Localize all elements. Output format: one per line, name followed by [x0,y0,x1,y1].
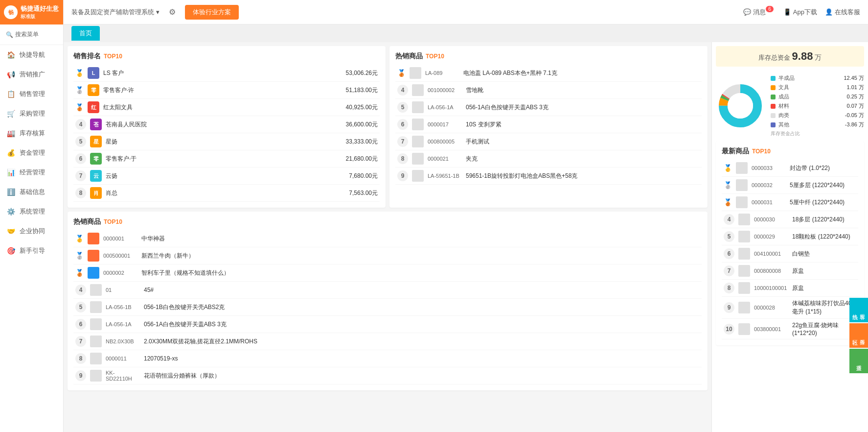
table-row: 🥇 0000001 中华神器 [73,230,702,247]
product-name: 59651-1B旋转投影灯电池盒ABS黑色+58克 [466,172,700,180]
inventory-unit: 万 [815,53,822,61]
table-row: 4 0000030 18多层 (1220*2440) [722,211,858,228]
svg-rect-21 [736,196,748,208]
avatar: 红 [88,101,99,113]
float-btn-community[interactable]: 服务社区 [849,323,868,348]
legend-value: -3.86 万 [845,121,864,128]
svg-rect-23 [738,231,750,242]
legend-item: 肉类 -0.05 万 [771,112,864,119]
hot-products-ranking-label: 热销商品 [395,52,423,61]
table-row: 4 001000002 雪地靴 [395,82,702,99]
legend-dot-material [771,104,776,109]
hot-products-ranking-card: 热销商品 TOP10 🥉 LA-089 电池盖 LA-089 ABS本色+黑种 … [389,46,708,208]
legend-item: 成品 0.25 万 [771,93,864,100]
nav-item-purchase[interactable]: 🛒 采购管理 [0,104,63,123]
medal-gold-icon: 🥇 [75,235,84,242]
table-row: 8 0000011 12070519-xs [73,350,702,367]
sales-value: 7,563.00元 [349,189,378,197]
product-image [88,267,99,279]
rank-num: 5 [75,136,86,147]
online-service-btn[interactable]: 👤 在线客服 [825,8,860,17]
main-area: 装备及固定资产辅助管理系统 ▾ ⚙ 体验行业方案 💬 消息 6 📱 App下载 … [64,0,868,432]
product-name: 手机测试 [466,138,700,146]
nav-item-sales[interactable]: 📋 销售管理 [0,84,63,104]
app-name: 畅捷通好生意 [21,5,59,13]
table-row: 🥉 红 红太阳文具 40,925.00元 [73,99,380,116]
table-row: 6 零 零售客户·于 21,680.00元 [73,150,380,168]
product-image [90,370,102,382]
svg-rect-0 [410,67,421,79]
rank-num: 7 [397,136,408,147]
legend-dot-semifinished [771,76,776,81]
svg-rect-1 [412,84,424,96]
table-row: 6 LA-056-1A 056-1A白色按键开关盖ABS 3克 [73,316,702,333]
new-products-label: 最新商品 [722,147,749,156]
messages-btn[interactable]: 💬 消息 6 [743,8,776,17]
product-code: 0000021 [428,156,462,162]
legend-item: 材料 0.07 万 [771,102,864,110]
table-row: 5 LA-056-1B 056-1B白色按键开关壳ABS2克 [73,299,702,316]
product-image [412,170,424,182]
legend-value: 12.45 万 [844,74,864,82]
table-row: 🥉 LA-089 电池盖 LA-089 ABS本色+黑种 7.1克 [395,65,702,82]
legend-name: 肉类 [778,112,842,119]
topbar-right: 💬 消息 6 📱 App下载 👤 在线客服 [743,8,860,17]
svg-rect-2 [412,101,424,113]
product-image [412,136,424,147]
table-row: 10 003800001 22g鱼豆腐·烧烤味 (1*12*20) [722,319,858,339]
medal-bronze-icon: 🥉 [724,198,732,206]
settings-btn[interactable]: ⚙ [165,5,179,19]
tab-home[interactable]: 首页 [71,26,100,41]
legend-value: 1.01 万 [847,84,864,91]
nav-item-guide[interactable]: 🎯 新手引导 [0,241,63,261]
table-row: 🥉 0000002 智利车子里（规格不知道填什么） [73,264,702,282]
table-row: 🥇 0000033 封边带 (1.0*22) [722,160,858,177]
nav-item-inventory[interactable]: 🏭 库存核算 [0,123,63,143]
search-label: 搜索菜单 [15,30,39,39]
product-name: 新西兰牛肉（新牛） [141,252,700,260]
try-btn[interactable]: 体验行业方案 [185,5,239,20]
nav-item-cooperation[interactable]: 🤝 企业协同 [0,221,63,241]
nav-label-system: 系统管理 [20,207,45,216]
nav-item-marketing[interactable]: 📢 营销推广 [0,65,63,84]
float-btn-service[interactable]: 客服热线 [849,298,868,322]
svg-rect-26 [738,282,750,294]
finance-icon: 💰 [6,148,16,158]
table-row: 6 0000017 10S 变刹罗紧 [395,116,702,133]
product-name: 花语萌恒温分婚裤袜（厚款） [144,372,700,380]
product-name: 12070519-xs [144,355,700,362]
product-image [738,231,750,242]
product-code: 0000028 [754,305,788,311]
new-products-title: 最新商品 TOP10 [722,147,858,156]
nav-item-operations[interactable]: 📊 经营管理 [0,163,63,182]
sidebar-search[interactable]: 🔍 搜索菜单 [0,24,63,45]
medal-bronze-icon: 🥉 [75,269,84,277]
nav-item-home[interactable]: 🏠 快捷导航 [0,45,63,65]
legend-item: 其他 -3.86 万 [771,121,864,128]
legend-value: 0.07 万 [847,102,864,110]
medal-silver-icon: 🥈 [724,181,732,189]
app-download-btn[interactable]: 📱 App下载 [783,8,817,17]
table-row: 5 0000029 18颗粒板 (1220*2440) [722,228,858,245]
avatar: 零 [88,84,99,96]
float-btn-live[interactable]: 直播 [849,349,868,373]
new-products-list: 🥇 0000033 封边带 (1.0*22) 🥈 0000032 5 [722,160,858,339]
table-row: 4 苍 苍南县人民医院 36,600.00元 [73,116,380,133]
sales-value: 36,600.00元 [346,120,378,129]
nav-item-system[interactable]: ⚙️ 系统管理 [0,202,63,221]
product-image [90,301,102,313]
nav-item-finance[interactable]: 💰 资金管理 [0,143,63,163]
nav-item-base-info[interactable]: ℹ️ 基础信息 [0,182,63,202]
svg-rect-11 [90,353,102,364]
product-name: 白钢垫 [792,250,856,258]
inventory-legend: 半成品 12.45 万 文具 1.01 万 成品 0.25 万 [771,74,864,137]
rank-num: 9 [397,170,408,181]
search-menu-btn[interactable]: 🔍 搜索菜单 [4,28,59,41]
product-code: 0000029 [754,234,788,240]
svg-rect-19 [736,162,748,174]
product-code: 0000031 [752,199,786,205]
system-title-selector[interactable]: 装备及固定资产辅助管理系统 ▾ [71,8,160,17]
table-row: 🥈 0000032 5厘多层 (1220*2440) [722,177,858,194]
rank-num: 9 [75,370,86,381]
legend-name: 文具 [778,84,844,91]
